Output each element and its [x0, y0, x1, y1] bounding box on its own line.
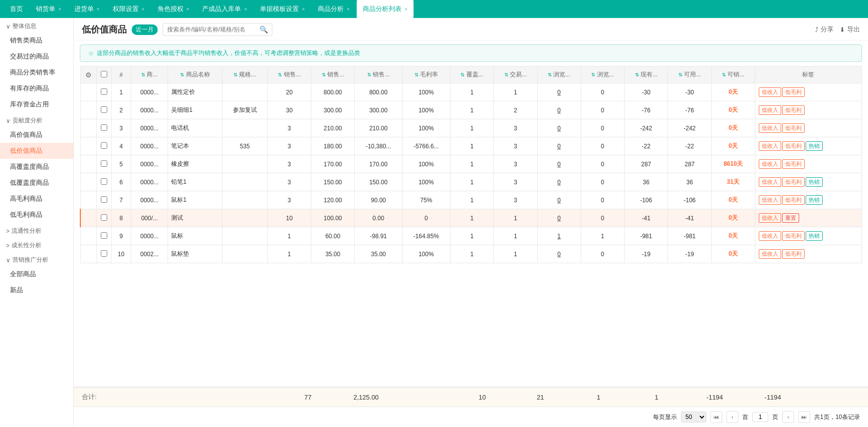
- sidebar-item-high-coverage[interactable]: 高覆盖度商品: [0, 159, 73, 175]
- cell-sales-price: 180.00: [311, 137, 355, 155]
- sidebar-item-traded-products[interactable]: 交易过的商品: [0, 48, 73, 64]
- prev-page-button[interactable]: ‹: [726, 411, 738, 423]
- row-checkbox[interactable]: [101, 214, 107, 221]
- col-settings[interactable]: ⚙: [80, 66, 96, 83]
- sidebar-item-stock-capital[interactable]: 库存资金占用: [0, 96, 73, 112]
- nav-template-settings[interactable]: 单据模板设置 ×: [254, 0, 311, 18]
- row-checkbox[interactable]: [101, 160, 107, 167]
- nav-permissions[interactable]: 权限设置 ×: [107, 0, 151, 18]
- nav-sales-order[interactable]: 销货单 ×: [30, 0, 67, 18]
- nav-product-analysis-list[interactable]: 商品分析列表 ×: [357, 0, 414, 18]
- search-icon[interactable]: 🔍: [259, 25, 268, 33]
- cell-views1[interactable]: 0: [537, 101, 581, 119]
- cell-views1[interactable]: 0: [537, 155, 581, 173]
- cell-views1[interactable]: 0: [537, 245, 581, 263]
- sidebar-group-overview[interactable]: ∨整体信息: [0, 18, 73, 32]
- tag-hot-sale: 热销: [806, 231, 823, 241]
- col-spec[interactable]: ⇅ 规格...: [222, 66, 267, 83]
- sidebar-item-all-products[interactable]: 全部商品: [0, 266, 73, 282]
- cell-views1[interactable]: 0: [537, 209, 581, 227]
- sidebar-item-low-coverage[interactable]: 低覆盖度商品: [0, 175, 73, 191]
- nav-close-icon[interactable]: ×: [244, 6, 247, 12]
- row-checkbox[interactable]: [101, 232, 107, 239]
- sidebar-group-circulation[interactable]: >流通性分析: [0, 223, 73, 237]
- cell-views1[interactable]: 1: [537, 227, 581, 245]
- col-views2[interactable]: ⇅ 浏览...: [581, 66, 624, 83]
- nav-purchase-order[interactable]: 进货单 ×: [68, 0, 106, 18]
- first-page-button[interactable]: ⏮: [710, 411, 722, 423]
- col-coverage[interactable]: ⇅ 覆盖...: [450, 66, 493, 83]
- last-page-button[interactable]: ⏭: [798, 411, 810, 423]
- row-checkbox[interactable]: [101, 142, 107, 149]
- row-checkbox[interactable]: [101, 178, 107, 185]
- nav-close-icon[interactable]: ×: [58, 6, 61, 12]
- cell-checkbox[interactable]: [96, 83, 111, 101]
- sidebar-item-new-products[interactable]: 新品: [0, 282, 73, 298]
- cell-views1[interactable]: 0: [537, 137, 581, 155]
- col-code[interactable]: ⇅ 商...: [131, 66, 168, 83]
- col-gross-margin[interactable]: ⇅ 毛利率: [402, 66, 450, 83]
- sidebar-item-low-value[interactable]: 低价值商品: [0, 143, 73, 159]
- col-sales-amount[interactable]: ⇅ 销售...: [355, 66, 402, 83]
- col-name[interactable]: ⇅ 商品名称: [168, 66, 222, 83]
- sidebar-item-category-sales-rate[interactable]: 商品分类销售率: [0, 64, 73, 80]
- row-checkbox[interactable]: [101, 250, 107, 257]
- sidebar-group-growth[interactable]: >成长性分析: [0, 237, 73, 252]
- cell-checkbox[interactable]: [96, 227, 111, 245]
- cell-views1[interactable]: 0: [537, 191, 581, 209]
- col-current-stock[interactable]: ⇅ 现有...: [625, 66, 668, 83]
- search-input[interactable]: [167, 26, 257, 33]
- nav-product-inbound[interactable]: 产成品入库单 ×: [196, 0, 253, 18]
- col-saleable[interactable]: ⇅ 可销...: [711, 66, 755, 83]
- sidebar-group-marketing[interactable]: ∨营销推广分析: [0, 252, 73, 266]
- nav-close-icon[interactable]: ×: [97, 6, 100, 12]
- cell-views2: 0: [581, 173, 624, 191]
- col-transactions[interactable]: ⇅ 交易...: [494, 66, 537, 83]
- select-all-checkbox[interactable]: [101, 71, 107, 77]
- row-checkbox[interactable]: [101, 106, 107, 113]
- cell-views1[interactable]: 0: [537, 119, 581, 137]
- nav-product-analysis[interactable]: 商品分析 ×: [312, 0, 356, 18]
- sidebar-group-contribution[interactable]: ∨贡献度分析: [0, 112, 73, 127]
- nav-close-icon[interactable]: ×: [187, 6, 190, 12]
- table-row: 1 0000... 属性定价 20 800.00 800.00 100% 1 1…: [80, 83, 862, 101]
- date-filter-badge[interactable]: 近一月: [132, 24, 158, 35]
- cell-checkbox[interactable]: [96, 173, 111, 191]
- gear-icon[interactable]: ⚙: [85, 71, 92, 79]
- col-sales-price[interactable]: ⇅ 销售...: [311, 66, 355, 83]
- share-button[interactable]: ⤴ 分享: [815, 25, 834, 34]
- cell-checkbox[interactable]: [96, 155, 111, 173]
- cell-checkbox[interactable]: [96, 209, 111, 227]
- row-checkbox[interactable]: [101, 124, 107, 131]
- nav-close-icon[interactable]: ×: [142, 6, 145, 12]
- sidebar-item-high-value[interactable]: 高价值商品: [0, 127, 73, 143]
- sidebar-item-stocked-products[interactable]: 有库存的商品: [0, 80, 73, 96]
- table-row: 8 000/... 测试 10 100.00 0.00 0 1 1 0 0 -4…: [80, 209, 862, 227]
- page-number-input[interactable]: [752, 412, 768, 422]
- cell-checkbox[interactable]: [96, 191, 111, 209]
- sidebar-item-high-margin[interactable]: 高毛利商品: [0, 191, 73, 207]
- cell-checkbox[interactable]: [96, 137, 111, 155]
- col-sales-qty[interactable]: ⇅ 销售...: [267, 66, 311, 83]
- nav-close-icon[interactable]: ×: [347, 6, 350, 12]
- export-button[interactable]: ⬇ 导出: [840, 25, 860, 34]
- nav-home[interactable]: 首页: [4, 0, 29, 18]
- per-page-select[interactable]: 50 100 200: [681, 412, 706, 423]
- sidebar-item-sales-products[interactable]: 销售类商品: [0, 32, 73, 48]
- col-available[interactable]: ⇅ 可用...: [668, 66, 711, 83]
- cell-checkbox[interactable]: [96, 245, 111, 263]
- cell-views1[interactable]: 0: [537, 83, 581, 101]
- cell-checkbox[interactable]: [96, 101, 111, 119]
- sidebar-item-low-margin[interactable]: 低毛利商品: [0, 207, 73, 223]
- table-container[interactable]: ⚙ # ⇅ 商... ⇅ 商品名称 ⇅ 规格... ⇅ 销售... ⇅ 销售..…: [74, 66, 868, 387]
- cell-views2: 0: [581, 83, 624, 101]
- col-views1[interactable]: ⇅ 浏览...: [537, 66, 581, 83]
- next-page-button[interactable]: ›: [782, 411, 794, 423]
- nav-close-icon[interactable]: ×: [302, 6, 305, 12]
- row-checkbox[interactable]: [101, 88, 107, 95]
- cell-views1[interactable]: 0: [537, 173, 581, 191]
- nav-role-auth[interactable]: 角色授权 ×: [152, 0, 196, 18]
- cell-checkbox[interactable]: [96, 119, 111, 137]
- row-checkbox[interactable]: [101, 196, 107, 203]
- nav-close-icon[interactable]: ×: [405, 6, 408, 12]
